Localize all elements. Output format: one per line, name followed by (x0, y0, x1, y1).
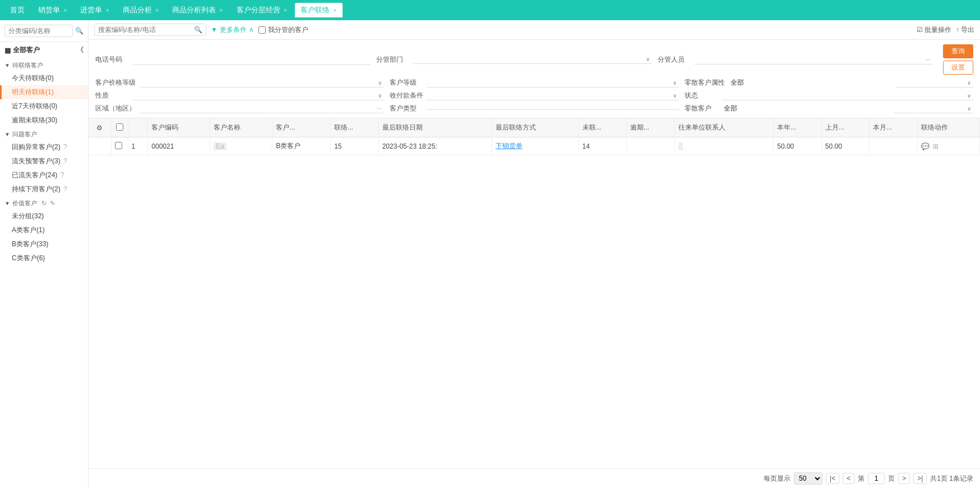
dept-select[interactable]: ∨ (413, 55, 651, 64)
toolbar-search-input[interactable] (98, 26, 192, 34)
more-icon[interactable]: ··· (926, 56, 931, 63)
row-last-method[interactable]: 下销货单 (492, 137, 579, 155)
close-icon[interactable]: × (284, 7, 287, 13)
col-name[interactable]: 客户名称 (210, 118, 272, 137)
col-gear[interactable]: ⚙ (89, 118, 111, 137)
filter-actions: 查询 设置 (943, 44, 973, 75)
retail-attr-select[interactable]: ∨ (896, 79, 973, 88)
close-icon[interactable]: × (63, 7, 67, 13)
search-icon[interactable]: 🔍 (75, 27, 84, 35)
col-type[interactable]: 客户... (272, 118, 331, 137)
sidebar-item-class-a[interactable]: A类客户(1) (0, 223, 88, 237)
col-code[interactable]: 客户编码 (148, 118, 210, 137)
sidebar-item-overdue-contact[interactable]: 逾期未联络(30) (0, 113, 88, 127)
close-icon[interactable]: × (155, 7, 159, 13)
nav-product-analysis-list[interactable]: 商品分析列表 × (167, 3, 228, 17)
nav-home[interactable]: 首页 (4, 3, 30, 17)
sidebar-item-class-c[interactable]: C类客户(6) (0, 251, 88, 265)
info-icon: ? (63, 143, 67, 151)
customer-type-select[interactable] (427, 107, 678, 110)
sidebar-item-today-contact[interactable]: 今天待联络(0) (0, 71, 88, 85)
status-select[interactable]: ∨ (722, 91, 973, 100)
chevron-down-icon: ∨ (673, 80, 677, 86)
person-select[interactable]: ··· (695, 55, 933, 65)
sidebar-item-7day-contact[interactable]: 近7天待联络(0) (0, 99, 88, 113)
sidebar-item-churn-warning[interactable]: 流失预警客户(3) ? (0, 154, 88, 168)
sidebar-item-declining[interactable]: 持续下滑客户(2) ? (0, 182, 88, 196)
nav-customer-layered[interactable]: 客户分层经营 × (231, 3, 293, 17)
search-icon[interactable]: 🔍 (194, 26, 202, 34)
sidebar-search-input[interactable] (4, 25, 73, 37)
my-customers-checkbox[interactable]: 我分管的客户 (258, 25, 308, 35)
qr-icon[interactable]: ⊞ (933, 142, 939, 150)
row-name: Ea (210, 137, 272, 155)
prev-page-button[interactable]: < (843, 473, 854, 484)
col-this-year[interactable]: 本年... (774, 118, 822, 137)
grid-icon: ▦ (4, 47, 11, 54)
col-contact[interactable]: 联络... (331, 118, 379, 137)
more-filter-button[interactable]: ▼ 更多条件 ∧ (211, 25, 254, 35)
settings-button[interactable]: 设置 (943, 61, 973, 75)
edit-icon[interactable]: ✎ (50, 200, 55, 207)
phone-input[interactable] (132, 54, 371, 65)
row-overdue (627, 137, 675, 155)
select-all-checkbox[interactable] (116, 123, 123, 131)
collapse-icon[interactable]: 《 (77, 45, 84, 55)
filter-region: 区域（地区） ··· (95, 104, 384, 113)
sidebar-search-area: 🔍 (0, 20, 88, 42)
toolbar-search-box[interactable]: 🔍 (94, 24, 206, 36)
sidebar-group-pending[interactable]: ▼ 待联络客户 (0, 58, 88, 71)
row-checkbox[interactable] (111, 137, 128, 155)
col-uncontact[interactable]: 未联... (579, 118, 627, 137)
col-unit-contact[interactable]: 往来单位联系人 (674, 118, 774, 137)
col-action: 联络动作 (917, 118, 979, 137)
page-input[interactable] (868, 473, 885, 484)
sidebar-item-tomorrow-contact[interactable]: 明天待联络(1) (0, 85, 88, 99)
chevron-down-icon: ∨ (673, 93, 677, 99)
comment-icon[interactable]: 💬 (921, 142, 930, 150)
sidebar-group-value[interactable]: ▼ 价值客户 ↻ ✎ (0, 196, 88, 209)
close-icon[interactable]: × (333, 7, 336, 13)
more-icon[interactable]: ··· (377, 105, 382, 112)
region-select[interactable]: ··· (139, 104, 384, 113)
next-page-button[interactable]: > (898, 473, 910, 484)
row-gear (89, 137, 111, 155)
last-page-button[interactable]: >| (913, 473, 927, 484)
nav-purchase-order[interactable]: 进货单 × (75, 3, 114, 17)
per-page-select[interactable]: 50 100 (794, 472, 822, 485)
sidebar-item-ungrouped[interactable]: 未分组(32) (0, 209, 88, 223)
close-icon[interactable]: × (105, 7, 109, 13)
query-button[interactable]: 查询 (943, 44, 973, 58)
customer-level-select[interactable]: ∨ (427, 79, 678, 88)
col-last-date[interactable]: 最后联络日期 (378, 118, 492, 137)
refresh-icon[interactable]: ↻ (41, 200, 47, 207)
col-last-month[interactable]: 上月... (821, 118, 870, 137)
sidebar-group-problem[interactable]: ▼ 问题客户 (0, 127, 88, 140)
nav-customer-contact[interactable]: 客户联络 × (295, 3, 342, 17)
first-page-button[interactable]: |< (826, 473, 839, 484)
col-this-month[interactable]: 本月... (870, 118, 918, 137)
retail-customer-select[interactable]: ∨ (894, 104, 973, 113)
last-method-link[interactable]: 下销货单 (496, 142, 523, 150)
filter-row-2: 客户价格等级 ∨ 客户等级 ∨ 零散客户属性 全部 ∨ (95, 78, 973, 88)
sidebar-item-repurchase-abnormal[interactable]: 回购异常客户(2) ? (0, 140, 88, 154)
col-last-method[interactable]: 最后联络方式 (492, 118, 579, 137)
sidebar-all-customers[interactable]: ▦ 全部客户 《 (0, 42, 88, 58)
toolbar-right: ☑ 批量操作 ↑ 导出 (917, 25, 974, 35)
price-level-select[interactable]: ∨ (139, 79, 384, 88)
col-overdue[interactable]: 逾期... (627, 118, 675, 137)
nature-select[interactable]: ∨ (132, 91, 384, 100)
my-customers-check[interactable] (258, 26, 266, 34)
export-button[interactable]: ↑ 导出 (956, 25, 974, 35)
top-nav: 首页 销货单 × 进货单 × 商品分析 × 商品分析列表 × 客户分层经营 × … (0, 0, 980, 20)
row-select-checkbox[interactable] (115, 142, 122, 149)
nav-sales-order[interactable]: 销货单 × (33, 3, 72, 17)
col-checkbox[interactable] (111, 118, 128, 137)
batch-operation-button[interactable]: ☑ 批量操作 (917, 25, 951, 35)
close-icon[interactable]: × (219, 7, 223, 13)
row-no: 1 (128, 137, 148, 155)
sidebar-item-class-b[interactable]: B类客户(33) (0, 237, 88, 251)
nav-product-analysis[interactable]: 商品分析 × (117, 3, 164, 17)
payment-select[interactable]: ∨ (427, 91, 678, 100)
sidebar-item-churned[interactable]: 已流失客户(24) ? (0, 168, 88, 182)
